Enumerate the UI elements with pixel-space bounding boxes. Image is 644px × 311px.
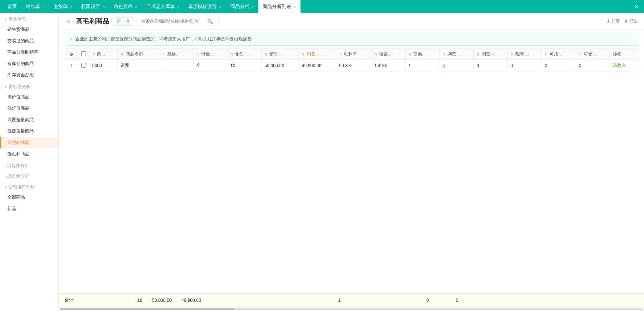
- row-checkbox[interactable]: [81, 63, 86, 68]
- sort-icon-transaction: ⇅: [409, 52, 411, 56]
- footer-sales-qty: 10: [119, 298, 148, 303]
- sidebar-item-high-margin[interactable]: 高毛利商品: [0, 137, 58, 148]
- col-gross-margin[interactable]: ⇅ 毛利率: [336, 49, 371, 60]
- sort-icon-sales-amount: ⇅: [265, 52, 267, 56]
- col-spec[interactable]: ⇅ 规格...: [159, 49, 193, 60]
- bottom-scrollbar[interactable]: [59, 307, 644, 311]
- sidebar-group-flow[interactable]: › 流趋性分析: [0, 160, 58, 170]
- close-permission-settings[interactable]: ×: [102, 4, 105, 9]
- select-all-checkbox[interactable]: [81, 51, 86, 56]
- sidebar-item-high-value[interactable]: 高价值商品: [0, 91, 58, 103]
- footer-available: 0: [435, 298, 464, 303]
- sidebar-item-new-goods[interactable]: 新品: [0, 203, 58, 214]
- sort-icon-coverage: ⇅: [374, 52, 377, 56]
- close-all-tabs[interactable]: ×: [632, 3, 641, 10]
- close-product-inbound[interactable]: ×: [177, 4, 179, 9]
- cell-coverage: 1.49%: [371, 60, 405, 72]
- footer-spacer2: [346, 298, 405, 303]
- sort-icon-available: ⇅: [545, 52, 548, 56]
- col-transaction[interactable]: ⇅ 交易...: [405, 49, 439, 60]
- data-table: ⚙ ⇅ 商... ⇅ 商品名称: [65, 48, 638, 72]
- sidebar-item-traded-goods[interactable]: 交易过的商品: [0, 35, 58, 47]
- sidebar-item-low-value[interactable]: 低价值商品: [0, 103, 58, 114]
- search-icon[interactable]: 🔍: [207, 19, 213, 24]
- footer-current-stock: 0: [405, 298, 435, 303]
- footer-total: 合计: 10 50,000.00 49,900.00 1 0 0: [59, 293, 644, 307]
- close-template-settings[interactable]: ×: [219, 4, 221, 9]
- sidebar-item-stock-capital[interactable]: 库存资金占用: [0, 69, 58, 81]
- sort-icon-code: ⇅: [92, 52, 95, 56]
- col-unit[interactable]: ⇅ 计量...: [193, 49, 227, 60]
- cell-sales-profit: 49,900.00: [299, 60, 336, 72]
- col-available[interactable]: ⇅ 可用...: [542, 49, 576, 60]
- sort-icon-gross-margin: ⇅: [339, 52, 342, 56]
- share-button[interactable]: ⤴ 分享: [607, 18, 620, 25]
- nav-sales-order[interactable]: 销售单 ×: [21, 0, 49, 13]
- sidebar-group-marketing[interactable]: ∨ 营销推广分析: [0, 181, 58, 192]
- search-input[interactable]: [141, 19, 207, 24]
- page-title: 高毛利商品: [76, 17, 109, 26]
- sidebar-item-in-stock-goods[interactable]: 有库存的商品: [0, 58, 58, 69]
- scrollbar-thumb[interactable]: [60, 308, 235, 310]
- col-name[interactable]: ⇅ 商品名称: [118, 49, 159, 60]
- close-role-auth[interactable]: ×: [135, 4, 137, 9]
- sidebar-item-category-rate[interactable]: 商品分类助销率: [0, 47, 58, 58]
- nav-template-settings[interactable]: 单据模板设置 ×: [184, 0, 226, 13]
- col-code[interactable]: ⇅ 商...: [89, 49, 118, 60]
- nav-permission-settings[interactable]: 权限设置 ×: [77, 0, 109, 13]
- nav-home[interactable]: 首页: [3, 0, 21, 13]
- close-sales-order[interactable]: ×: [42, 4, 44, 9]
- sidebar-item-sales-goods[interactable]: 销售货商品: [0, 24, 58, 35]
- tag-badge: 高收入: [613, 63, 626, 68]
- col-settings[interactable]: ⚙: [65, 49, 78, 60]
- col-sales-profit[interactable]: ⇅ 销售...: [299, 49, 336, 60]
- info-icon: ✧: [69, 37, 73, 42]
- col-current-stock[interactable]: ⇅ 现有...: [508, 49, 542, 60]
- nav-role-auth[interactable]: 角色授权 ×: [109, 0, 141, 13]
- footer-transaction: 1: [317, 298, 346, 303]
- top-nav: 首页 销售单 × 进货单 × 权限设置 × 角色授权 × 产成品入库单 × 单据…: [0, 0, 644, 13]
- sidebar-item-high-coverage[interactable]: 高覆盖量商品: [0, 114, 58, 126]
- close-purchase-order[interactable]: ×: [70, 4, 72, 9]
- export-icon: ⬇: [624, 19, 628, 24]
- export-button[interactable]: ⬇ 导出: [624, 18, 638, 25]
- col-saleable[interactable]: ⇅ 可销...: [576, 49, 610, 60]
- cell-browse1[interactable]: 0: [439, 60, 474, 72]
- nav-product-analysis[interactable]: 商品分析 ×: [226, 0, 258, 13]
- sort-icon-current-stock: ⇅: [511, 52, 514, 56]
- sidebar-group-contribution[interactable]: ∨ 贡献量分析: [0, 81, 58, 91]
- close-product-analysis-list[interactable]: ×: [294, 4, 296, 9]
- row-checkbox-cell: [78, 60, 89, 72]
- col-coverage[interactable]: ⇅ 覆盖...: [371, 49, 405, 60]
- col-tag[interactable]: 标签: [610, 49, 638, 60]
- cell-code: 0000...: [89, 60, 118, 72]
- search-box: 🔍: [138, 18, 219, 25]
- row-number: 1: [65, 60, 78, 72]
- sidebar-item-low-coverage[interactable]: 低覆盖量商品: [0, 126, 58, 137]
- content-header: « 高毛利商品 近一月 🔍 ⤴ 分享 ⬇ 导出: [59, 13, 644, 30]
- cell-unit: 个: [193, 60, 227, 72]
- sidebar-collapse-btn[interactable]: «: [65, 17, 72, 25]
- settings-icon[interactable]: ⚙: [69, 52, 73, 57]
- sort-icon-sales-qty: ⇅: [230, 52, 233, 56]
- col-sales-amount[interactable]: ⇅ 销售...: [261, 49, 299, 60]
- nav-purchase-order[interactable]: 进货单 ×: [49, 0, 76, 13]
- growth-arrow: ›: [4, 174, 6, 178]
- footer-values: 10 50,000.00 49,900.00 1 0 0: [119, 298, 464, 303]
- scrollbar-track: [60, 308, 643, 310]
- sidebar-item-low-margin[interactable]: 低毛利商品: [0, 148, 58, 160]
- sidebar-item-all-goods[interactable]: 全部商品: [0, 192, 58, 203]
- col-checkbox: [78, 49, 89, 60]
- nav-product-analysis-list[interactable]: 商品分析列表 ×: [258, 0, 300, 13]
- cell-sales-qty: 10: [227, 60, 262, 72]
- sidebar-group-overall[interactable]: ∨ 整体信息: [0, 13, 58, 24]
- sidebar-group-growth[interactable]: › 成长性分析: [0, 170, 58, 181]
- cell-browse2: 0: [474, 60, 508, 72]
- col-browse2[interactable]: ⇅ 浏览...: [474, 49, 508, 60]
- col-browse1[interactable]: ⇅ 浏览...: [439, 49, 474, 60]
- nav-product-inbound[interactable]: 产成品入库单 ×: [142, 0, 184, 13]
- col-sales-qty[interactable]: ⇅ 销售...: [227, 49, 262, 60]
- period-button[interactable]: 近一月: [113, 17, 134, 26]
- close-product-analysis[interactable]: ×: [252, 4, 254, 9]
- sort-icon-browse1: ⇅: [442, 52, 445, 56]
